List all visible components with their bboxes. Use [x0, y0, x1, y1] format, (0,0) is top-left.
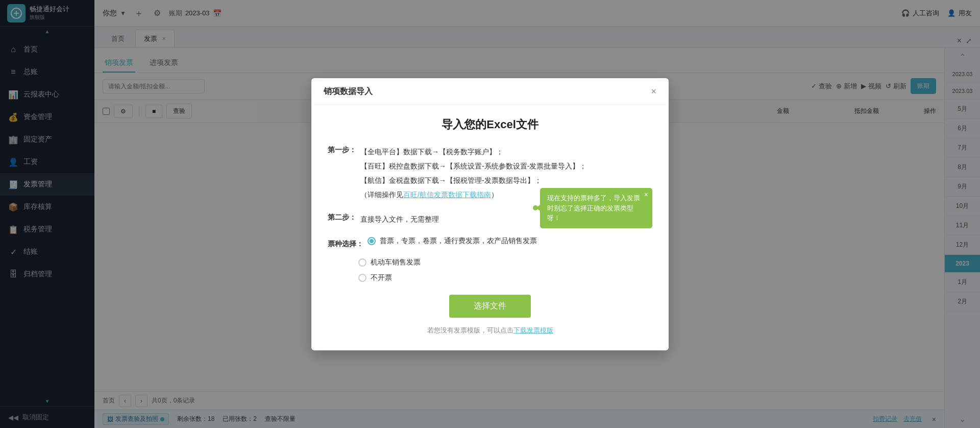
- tooltip-popup: × 现在支持的票种多了，导入发票时别忘了选择正确的发票类型呀！: [540, 188, 652, 228]
- step2-label: 第二步：: [328, 212, 356, 222]
- radio-motor-button[interactable]: [358, 258, 366, 267]
- step1-detail-link[interactable]: 百旺/航信发票数据下载指南: [403, 191, 491, 199]
- modal-overlay: 销项数据导入 × 导入您的Excel文件 第一步： 【全电平台】数据下载→【税务…: [0, 0, 980, 428]
- radio-none-button[interactable]: [358, 274, 366, 282]
- modal-title: 销项数据导入: [324, 86, 373, 97]
- step1-label: 第一步：: [328, 145, 356, 155]
- radio-general[interactable]: 普票，专票，卷票，通行费发票，农产品销售发票: [368, 236, 537, 246]
- modal-main-title: 导入您的Excel文件: [328, 117, 652, 132]
- radio-none[interactable]: 不开票: [358, 273, 652, 282]
- radio-general-label: 普票，专票，卷票，通行费发票，农产品销售发票: [380, 236, 537, 246]
- step1-line2: 【百旺】税控盘数据下载→【系统设置-系统参数设置-发票批量导入】；: [360, 159, 586, 173]
- ticket-label: 票种选择：: [328, 240, 363, 249]
- tooltip-dot: [533, 205, 538, 210]
- modal-close-button[interactable]: ×: [651, 87, 656, 96]
- step1-detail-suffix: ）: [491, 191, 498, 199]
- ticket-type-group: 票种选择： 普票，专票，卷票，通行费发票，农产品销售发票 机动车销售发票 不开票: [328, 236, 652, 282]
- download-template-link[interactable]: 下载发票模版: [513, 326, 553, 334]
- step1-detail-prefix: （详细操作见: [360, 191, 403, 199]
- step1-line1: 【全电平台】数据下载→【税务数字账户】；: [360, 145, 586, 159]
- radio-none-label: 不开票: [371, 273, 392, 282]
- radio-general-button[interactable]: [368, 237, 376, 245]
- tooltip-close-icon[interactable]: ×: [644, 191, 648, 198]
- step2-text: 直接导入文件，无需整理: [360, 212, 439, 226]
- radio-motor[interactable]: 机动车销售发票: [358, 258, 652, 267]
- footer-prefix: 若您没有发票模版，可以点击: [427, 326, 513, 334]
- step1-line3: 【航信】金税盘数据下载→【报税管理-发票数据导出】；: [360, 173, 586, 187]
- step2-content: 直接导入文件，无需整理: [360, 212, 439, 226]
- radio-motor-label: 机动车销售发票: [371, 258, 421, 267]
- modal-footer: 若您没有发票模版，可以点击下载发票模版: [328, 326, 652, 335]
- modal-header: 销项数据导入 ×: [311, 78, 669, 105]
- tooltip-text: 现在支持的票种多了，导入发票时别忘了选择正确的发票类型呀！: [547, 194, 640, 222]
- select-file-button[interactable]: 选择文件: [449, 295, 531, 318]
